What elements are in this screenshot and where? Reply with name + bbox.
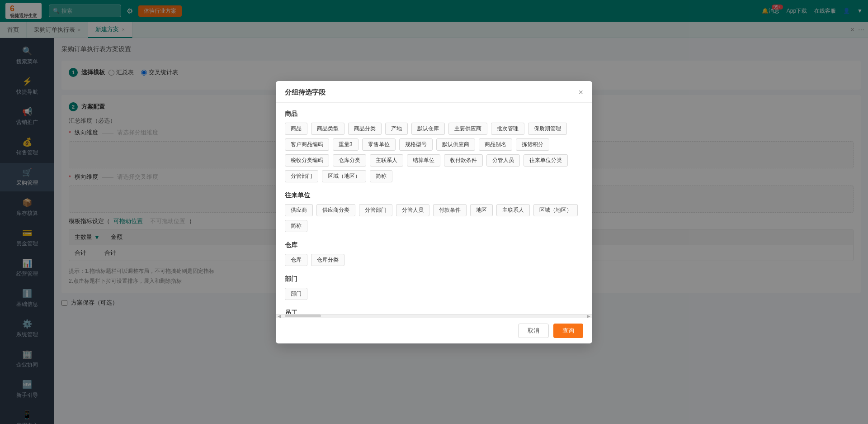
field-party-category[interactable]: 往来单位分类 <box>524 154 568 167</box>
modal-close-button[interactable]: × <box>578 88 583 96</box>
field-tax-code[interactable]: 税收分类编码 <box>285 154 329 167</box>
section-dept: 部门 部门 <box>285 275 583 300</box>
field-party-short-name[interactable]: 简称 <box>285 220 307 232</box>
section-warehouse-fields: 仓库 仓库分类 <box>285 254 583 266</box>
field-short-name-product[interactable]: 简称 <box>370 170 392 182</box>
field-selector-modal: 分组待选字段 × 商品 商品 商品类型 商品分类 产地 默认仓库 主要供应商 批… <box>276 81 592 343</box>
section-product: 商品 商品 商品类型 商品分类 产地 默认仓库 主要供应商 批次管理 保质期管理… <box>285 110 583 182</box>
field-dept[interactable]: 部门 <box>285 288 307 300</box>
field-supplier-category[interactable]: 供应商分类 <box>316 204 355 216</box>
field-shelf-life[interactable]: 保质期管理 <box>528 123 567 135</box>
modal-title: 分组待选字段 <box>285 88 326 97</box>
hscroll-left-arrow[interactable]: ◀ <box>278 314 281 319</box>
field-dept-mgmt[interactable]: 分管部门 <box>285 170 318 182</box>
modal-header: 分组待选字段 × <box>276 81 592 103</box>
hscroll-thumb[interactable] <box>285 314 321 317</box>
field-party-dept[interactable]: 分管部门 <box>359 204 392 216</box>
field-warehouse-category[interactable]: 仓库分类 <box>333 154 366 167</box>
field-main-supplier[interactable]: 主要供应商 <box>448 123 487 135</box>
field-party-region[interactable]: 区域（地区） <box>533 204 578 216</box>
field-spec-model[interactable]: 规格型号 <box>399 138 433 151</box>
field-default-warehouse[interactable]: 默认仓库 <box>411 123 445 135</box>
field-region-product[interactable]: 区域（地区） <box>322 170 366 182</box>
field-main-contact[interactable]: 主联系人 <box>370 154 403 167</box>
field-retail-unit[interactable]: 零售单位 <box>362 138 396 151</box>
modal-body: 商品 商品 商品类型 商品分类 产地 默认仓库 主要供应商 批次管理 保质期管理… <box>276 103 592 314</box>
field-default-supplier[interactable]: 默认供应商 <box>436 138 475 151</box>
section-employee-title: 员工 <box>285 309 583 314</box>
section-party-fields: 供应商 供应商分类 分管部门 分管人员 付款条件 地区 主联系人 区域（地区） … <box>285 204 583 232</box>
section-product-fields: 商品 商品类型 商品分类 产地 默认仓库 主要供应商 批次管理 保质期管理 客户… <box>285 123 583 182</box>
field-area[interactable]: 地区 <box>470 204 493 216</box>
section-party-title: 往来单位 <box>285 191 583 200</box>
field-manager[interactable]: 分管人员 <box>486 154 520 167</box>
field-party-main-contact[interactable]: 主联系人 <box>496 204 530 216</box>
modal-cancel-button[interactable]: 取消 <box>518 324 549 338</box>
field-warehouse[interactable]: 仓库 <box>285 254 307 266</box>
section-warehouse-title: 仓库 <box>285 241 583 249</box>
section-warehouse: 仓库 仓库 仓库分类 <box>285 241 583 266</box>
field-product[interactable]: 商品 <box>285 123 307 135</box>
field-payment-terms[interactable]: 收付款条件 <box>444 154 483 167</box>
modal-confirm-button[interactable]: 查询 <box>553 324 583 338</box>
field-settlement-unit[interactable]: 结算单位 <box>407 154 440 167</box>
modal-footer: 取消 查询 <box>276 318 592 343</box>
section-employee: 员工 业务员 <box>285 309 583 314</box>
field-product-alias[interactable]: 商品别名 <box>479 138 512 151</box>
field-origin[interactable]: 产地 <box>385 123 408 135</box>
field-party-payment-terms[interactable]: 付款条件 <box>433 204 467 216</box>
section-dept-title: 部门 <box>285 275 583 283</box>
field-product-type[interactable]: 商品类型 <box>311 123 344 135</box>
field-product-category[interactable]: 商品分类 <box>348 123 382 135</box>
field-customer-sku[interactable]: 客户商品编码 <box>285 138 329 151</box>
hscroll-right-arrow[interactable]: ▶ <box>587 314 590 319</box>
field-warehouse-cat[interactable]: 仓库分类 <box>311 254 344 266</box>
field-party-manager[interactable]: 分管人员 <box>396 204 429 216</box>
field-pick-points[interactable]: 拣货积分 <box>516 138 549 151</box>
section-dept-fields: 部门 <box>285 288 583 300</box>
section-product-title: 商品 <box>285 110 583 118</box>
modal-overlay: 分组待选字段 × 商品 商品 商品类型 商品分类 产地 默认仓库 主要供应商 批… <box>0 0 868 424</box>
modal-horizontal-scrollbar[interactable]: ◀ ▶ <box>276 314 592 317</box>
field-weight3[interactable]: 重量3 <box>333 138 359 151</box>
field-supplier[interactable]: 供应商 <box>285 204 313 216</box>
section-party: 往来单位 供应商 供应商分类 分管部门 分管人员 付款条件 地区 主联系人 区域… <box>285 191 583 232</box>
field-batch-mgmt[interactable]: 批次管理 <box>491 123 524 135</box>
